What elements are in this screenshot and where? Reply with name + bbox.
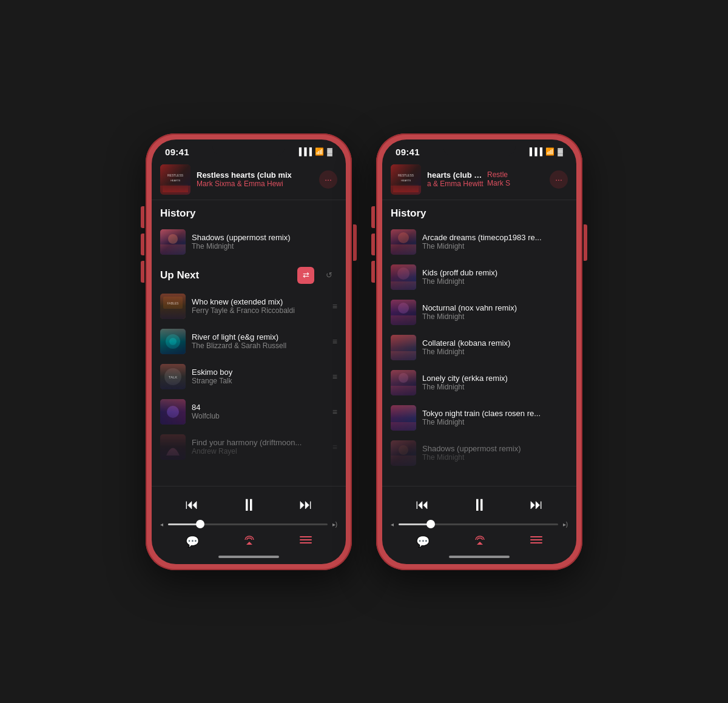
svg-text:RESTLESS: RESTLESS <box>167 173 184 177</box>
track-title: Lonely city (erkka remix) <box>422 374 568 383</box>
pause-button-right[interactable]: ⏸ <box>471 495 488 515</box>
upnext-track-2[interactable]: TALK Eskimo boy Strange Talk ≡ <box>152 359 346 394</box>
track-info: Arcade dreams (timecop1983 re... The Mid… <box>422 233 568 251</box>
lyrics-nav-button-left[interactable]: 💬 <box>186 535 199 548</box>
track-artist: Andrew Rayel <box>192 447 326 456</box>
track-title: Find your harmony (driftmoon... <box>192 438 326 447</box>
forward-button-right[interactable]: ⏭ <box>530 497 543 513</box>
rewind-button-left[interactable]: ⏮ <box>185 497 198 513</box>
np-col1-artist: a & Emma Hewitt <box>427 180 484 188</box>
signal-icon: ▐▐▐ <box>297 147 312 156</box>
now-playing-col1: hearts (club mix) a & Emma Hewitt <box>427 170 484 188</box>
svg-point-28 <box>398 232 409 243</box>
track-art <box>160 399 186 425</box>
svg-point-12 <box>169 338 177 345</box>
track-art: FABLES <box>160 294 186 319</box>
now-playing-bar-right[interactable]: RESTLESS HEARTS hearts (club mix) a & Em… <box>382 160 576 200</box>
svg-rect-41 <box>391 422 416 431</box>
scroll-area-right[interactable]: History <box>382 200 576 486</box>
upnext-track-0[interactable]: FABLES Who knew (extended mix) Ferry Tay… <box>152 289 346 324</box>
svg-rect-3 <box>160 186 190 195</box>
history-track-1-right[interactable]: Kids (proff dub remix) The Midnight <box>382 260 576 295</box>
up-next-controls: ⇄ ↺ <box>297 267 337 284</box>
svg-rect-5 <box>160 244 186 255</box>
now-playing-artwork-right: RESTLESS HEARTS <box>391 164 421 195</box>
now-playing-artist-left: Mark Sixma & Emma Hewi <box>197 180 313 188</box>
track-title: Eskimo boy <box>192 368 326 377</box>
track-artwork: TALK <box>160 364 186 389</box>
progress-track-right[interactable] <box>399 523 558 525</box>
track-artwork <box>160 399 186 425</box>
volume-min-icon: ◂ <box>160 521 163 528</box>
upnext-track-3[interactable]: 84 Wolfclub ≡ <box>152 394 346 429</box>
progress-row-left[interactable]: ◂ ▸) <box>152 519 346 530</box>
track-info: Nocturnal (nox vahn remix) The Midnight <box>422 303 568 321</box>
now-playing-title-left: Restless hearts (club mix <box>197 170 313 180</box>
rewind-button-right[interactable]: ⏮ <box>416 497 429 513</box>
track-info: 84 Wolfclub <box>192 403 326 420</box>
track-artwork: FABLES <box>160 294 186 319</box>
svg-point-44 <box>399 445 408 455</box>
svg-rect-10 <box>160 329 186 354</box>
history-track-0-left[interactable]: Shadows (uppermost remix) The Midnight <box>152 224 346 260</box>
progress-thumb-right[interactable] <box>426 520 435 528</box>
track-artwork <box>391 335 416 360</box>
queue-nav-button-right[interactable] <box>530 535 542 548</box>
drag-handle[interactable]: ≡ <box>332 337 337 346</box>
track-title: Who knew (extended mix) <box>192 297 326 306</box>
svg-point-17 <box>167 406 179 418</box>
drag-handle[interactable]: ≡ <box>332 372 337 382</box>
upnext-track-4[interactable]: Find your harmony (driftmoon... Andrew R… <box>152 429 346 465</box>
drag-handle[interactable]: ≡ <box>332 301 337 311</box>
progress-row-right[interactable]: ◂ ▸) <box>382 519 576 530</box>
phone-right-screen: 09:41 ▐▐▐ 📶 ▓ <box>382 140 576 564</box>
history-track-4-right[interactable]: Lonely city (erkka remix) The Midnight <box>382 365 576 400</box>
more-button-left[interactable]: ··· <box>319 170 337 189</box>
airplay-nav-button-left[interactable] <box>243 535 255 548</box>
now-playing-dual-col: hearts (club mix) a & Emma Hewitt Restle… <box>427 170 544 188</box>
bottom-nav-right: 💬 <box>382 530 576 556</box>
track-info: Find your harmony (driftmoon... Andrew R… <box>192 438 326 456</box>
drag-handle[interactable]: ≡ <box>332 442 337 452</box>
svg-point-31 <box>397 267 410 280</box>
now-playing-bar-left[interactable]: RESTLESS HEARTS Restless hearts (club mi… <box>152 160 346 200</box>
airplay-nav-button-right[interactable] <box>474 535 486 548</box>
volume-min-icon-right: ◂ <box>391 521 394 528</box>
now-playing-art-left: RESTLESS HEARTS <box>160 164 190 195</box>
scroll-area-left[interactable]: History <box>152 200 346 486</box>
home-indicator-right <box>449 556 510 558</box>
svg-rect-36 <box>391 351 416 360</box>
queue-nav-button-left[interactable] <box>300 535 312 548</box>
track-info: Tokyo night train (claes rosen re... The… <box>422 409 568 426</box>
track-artist: The Midnight <box>422 383 568 391</box>
progress-track-left[interactable] <box>168 523 328 525</box>
pause-button-left[interactable]: ⏸ <box>240 495 257 515</box>
upnext-track-1[interactable]: River of light (e&g remix) The Blizzard … <box>152 324 346 359</box>
history-track-6-right[interactable]: Shadows (uppermost remix) The Midnight <box>382 436 576 471</box>
svg-rect-27 <box>391 244 416 255</box>
home-indicator-left <box>218 556 279 558</box>
svg-rect-37 <box>391 370 416 395</box>
svg-rect-8 <box>163 297 183 309</box>
track-info: Collateral (kobana remix) The Midnight <box>422 338 568 356</box>
history-track-2-right[interactable]: Nocturnal (nox vahn remix) The Midnight <box>382 295 576 330</box>
status-icons-right: ▐▐▐ 📶 ▓ <box>527 147 563 156</box>
shuffle-button[interactable]: ⇄ <box>297 267 314 284</box>
history-track-5-right[interactable]: Tokyo night train (claes rosen re... The… <box>382 400 576 436</box>
svg-point-14 <box>164 368 181 385</box>
now-playing-art-right: RESTLESS HEARTS <box>391 164 421 195</box>
phone-right: 09:41 ▐▐▐ 📶 ▓ <box>376 133 582 570</box>
repeat-button[interactable]: ↺ <box>320 267 337 284</box>
progress-thumb-left[interactable] <box>196 520 204 528</box>
up-next-title-left: Up Next <box>160 269 199 281</box>
drag-handle[interactable]: ≡ <box>332 407 337 417</box>
svg-rect-47 <box>530 542 542 543</box>
svg-text:RESTLESS: RESTLESS <box>398 173 414 177</box>
forward-button-left[interactable]: ⏭ <box>299 497 312 513</box>
history-track-0-right[interactable]: Arcade dreams (timecop1983 re... The Mid… <box>382 224 576 260</box>
lyrics-nav-button-right[interactable]: 💬 <box>416 535 430 548</box>
more-button-right[interactable]: ··· <box>550 170 568 189</box>
track-artwork <box>391 370 416 395</box>
history-track-3-right[interactable]: Collateral (kobana remix) The Midnight <box>382 330 576 365</box>
np-col2-title: Restle <box>487 170 544 179</box>
